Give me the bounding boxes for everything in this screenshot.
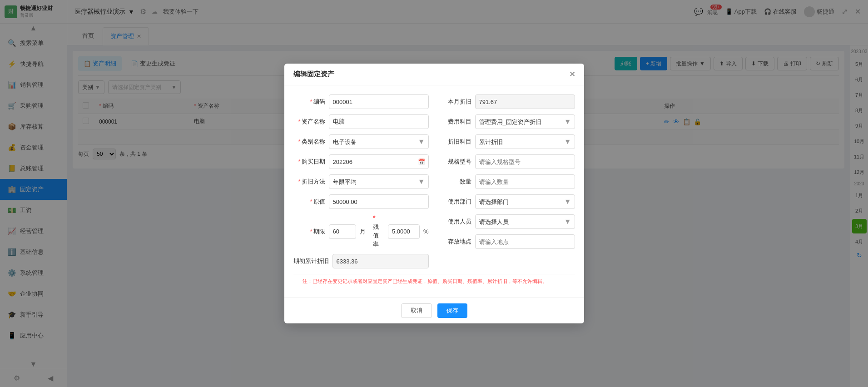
form-row-location: 存放地点	[440, 234, 575, 249]
purchase-date-wrap: 📅	[329, 154, 429, 169]
modal-right-col: 本月折旧 费用科目 管理费用_固定资产折旧 ▼	[440, 94, 575, 270]
input-initial-dep[interactable]	[332, 254, 429, 268]
select-dep-subject[interactable]: 累计折旧	[475, 134, 575, 149]
select-expense-subject[interactable]: 管理费用_固定资产折旧	[475, 114, 575, 129]
input-location[interactable]	[475, 234, 575, 249]
form-row-monthly-dep: 本月折旧	[440, 94, 575, 109]
form-hint-text: 注：已经存在变更记录或者对应固定资产已经生成凭证，原值、购买日期、残值率、累计折…	[293, 274, 575, 288]
period-unit-label: 月	[360, 228, 366, 236]
input-residual-rate[interactable]	[388, 224, 420, 239]
modal-form-grid: *编码 *资产名称 *类别名称 电子设备	[293, 94, 575, 270]
save-button[interactable]: 保存	[437, 303, 467, 318]
form-row-original-value: *原值	[293, 194, 429, 209]
modal-header: 编辑固定资产 ✕	[284, 64, 584, 85]
select-wrap-department: 请选择部门 ▼	[475, 194, 575, 209]
form-row-period: *期限 月 * 残值率 %	[293, 214, 429, 248]
label-category: *类别名称	[293, 138, 325, 146]
residual-rate-label: * 残值率	[373, 214, 382, 248]
label-expense-subject: 费用科目	[440, 118, 471, 126]
select-wrap-user: 请选择人员 ▼	[475, 214, 575, 229]
input-original-value[interactable]	[329, 194, 429, 209]
cancel-label: 取消	[411, 307, 422, 314]
form-row-name: *资产名称	[293, 114, 429, 129]
form-row-code: *编码	[293, 94, 429, 109]
label-initial-dep: 期初累计折旧	[293, 257, 329, 265]
select-department[interactable]: 请选择部门	[475, 194, 575, 209]
form-row-expense-subject: 费用科目 管理费用_固定资产折旧 ▼	[440, 114, 575, 129]
label-quantity: 数量	[440, 178, 471, 186]
label-code: *编码	[293, 98, 325, 106]
save-label: 保存	[446, 307, 458, 314]
modal-close-button[interactable]: ✕	[569, 70, 575, 79]
edit-asset-modal: 编辑固定资产 ✕ *编码 *资产名称	[284, 64, 584, 323]
label-name: *资产名称	[293, 118, 325, 126]
select-wrap-expense-subject: 管理费用_固定资产折旧 ▼	[475, 114, 575, 129]
input-monthly-dep	[475, 94, 575, 109]
label-purchase-date: *购买日期	[293, 158, 325, 166]
label-dep-subject: 折旧科目	[440, 138, 471, 146]
label-user: 使用人员	[440, 218, 471, 226]
label-location: 存放地点	[440, 238, 471, 246]
form-row-initial-dep: 期初累计折旧	[293, 254, 429, 268]
select-wrap-dep-subject: 累计折旧 ▼	[475, 134, 575, 149]
label-original-value: *原值	[293, 198, 325, 206]
form-row-department: 使用部门 请选择部门 ▼	[440, 194, 575, 209]
label-period: *期限	[293, 228, 325, 236]
select-dep-method[interactable]: 年限平均	[329, 174, 429, 189]
select-wrap-dep-method: 年限平均 ▼	[329, 174, 429, 189]
form-row-category: *类别名称 电子设备 ▼	[293, 134, 429, 149]
modal-overlay: 编辑固定资产 ✕ *编码 *资产名称	[0, 0, 868, 387]
input-period[interactable]	[329, 224, 356, 239]
input-purchase-date[interactable]	[329, 154, 429, 169]
residual-rate-unit: %	[423, 228, 429, 235]
input-quantity[interactable]	[475, 174, 575, 189]
modal-body: *编码 *资产名称 *类别名称 电子设备	[284, 85, 584, 298]
modal-left-col: *编码 *资产名称 *类别名称 电子设备	[293, 94, 429, 270]
select-wrap-category: 电子设备 ▼	[329, 134, 429, 149]
form-row-dep-subject: 折旧科目 累计折旧 ▼	[440, 134, 575, 149]
form-row-quantity: 数量	[440, 174, 575, 189]
modal-footer: 取消 保存	[284, 298, 584, 323]
label-spec: 规格型号	[440, 158, 471, 166]
form-row-dep-method: *折旧方法 年限平均 ▼	[293, 174, 429, 189]
input-spec[interactable]	[475, 154, 575, 169]
select-category[interactable]: 电子设备	[329, 134, 429, 149]
label-department: 使用部门	[440, 198, 471, 206]
label-dep-method: *折旧方法	[293, 178, 325, 186]
form-row-user: 使用人员 请选择人员 ▼	[440, 214, 575, 229]
calendar-icon: 📅	[418, 159, 425, 165]
input-code[interactable]	[329, 94, 429, 109]
form-row-purchase-date: *购买日期 📅	[293, 154, 429, 169]
input-name[interactable]	[329, 114, 429, 129]
form-row-spec: 规格型号	[440, 154, 575, 169]
modal-title: 编辑固定资产	[293, 70, 334, 79]
select-user[interactable]: 请选择人员	[475, 214, 575, 229]
label-monthly-dep: 本月折旧	[440, 98, 471, 106]
cancel-button[interactable]: 取消	[401, 303, 432, 318]
